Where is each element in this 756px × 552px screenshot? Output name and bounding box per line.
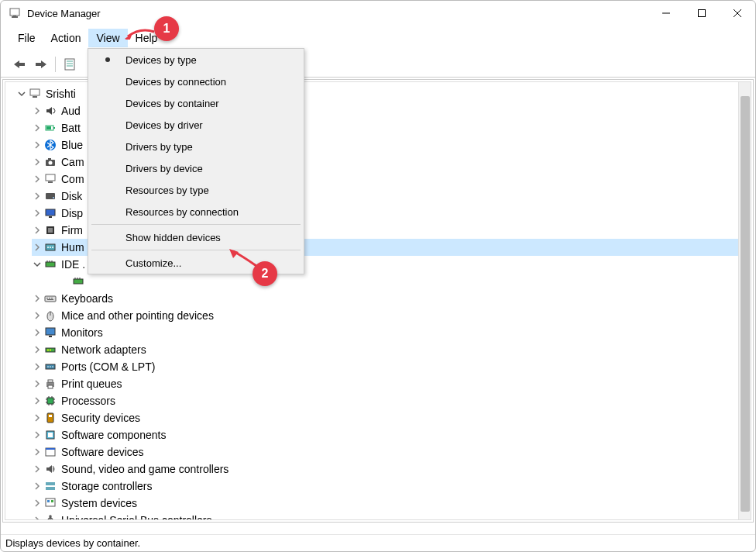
battery-icon bbox=[44, 122, 57, 134]
tree-node-row[interactable]: Mice and other pointing devices bbox=[32, 307, 747, 324]
node-label: Software devices bbox=[61, 446, 144, 458]
svg-point-51 bbox=[50, 350, 51, 351]
chevron-right-icon[interactable] bbox=[32, 344, 43, 355]
tree-node-row[interactable]: Software components bbox=[32, 426, 747, 443]
svg-point-30 bbox=[50, 247, 51, 248]
node-label: Com bbox=[61, 173, 84, 185]
svg-rect-27 bbox=[48, 228, 53, 233]
svg-rect-25 bbox=[49, 216, 52, 218]
chevron-right-icon[interactable] bbox=[32, 412, 43, 423]
svg-rect-15 bbox=[46, 126, 51, 129]
chevron-right-icon[interactable] bbox=[32, 430, 43, 440]
node-label: Disk bbox=[61, 190, 82, 202]
dropdown-label: Devices by driver bbox=[125, 119, 203, 131]
chevron-right-icon[interactable] bbox=[32, 310, 43, 321]
chevron-right-icon[interactable] bbox=[32, 174, 43, 185]
svg-rect-58 bbox=[48, 385, 53, 388]
tree-node-row[interactable]: Processors bbox=[32, 392, 747, 409]
chevron-right-icon[interactable] bbox=[32, 447, 43, 457]
menu-devices-by-type[interactable]: Devices by type bbox=[88, 49, 304, 71]
node-label: Network adapters bbox=[61, 343, 146, 356]
node-label: Sound, video and game controllers bbox=[61, 463, 229, 475]
tree-node-row[interactable]: Keyboards bbox=[32, 290, 747, 307]
menu-drivers-by-type[interactable]: Drivers by type bbox=[88, 136, 304, 157]
computer-icon bbox=[44, 173, 57, 185]
scrollbar-thumb[interactable] bbox=[741, 96, 750, 512]
menu-action[interactable]: Action bbox=[43, 29, 89, 47]
menu-devices-by-connection[interactable]: Devices by connection bbox=[88, 71, 304, 92]
chevron-right-icon[interactable] bbox=[32, 395, 43, 406]
sound-icon bbox=[44, 463, 57, 475]
chevron-right-icon[interactable] bbox=[32, 140, 43, 150]
chevron-right-icon[interactable] bbox=[32, 105, 43, 116]
tree-node-row[interactable]: Universal Serial Bus controllers bbox=[32, 512, 747, 519]
menu-view[interactable]: View bbox=[88, 29, 127, 47]
tree-node-row[interactable]: Ports (COM & LPT) bbox=[32, 358, 747, 375]
back-button[interactable] bbox=[10, 55, 29, 74]
chevron-right-icon[interactable] bbox=[32, 122, 43, 133]
dropdown-label: Devices by type bbox=[125, 54, 197, 66]
chevron-right-icon[interactable] bbox=[32, 378, 43, 389]
node-label: Firm bbox=[61, 224, 83, 236]
menu-resources-by-connection[interactable]: Resources by connection bbox=[88, 201, 304, 223]
menu-devices-by-container[interactable]: Devices by container bbox=[88, 92, 304, 114]
tree-node-row[interactable]: Network adapters bbox=[32, 341, 747, 358]
svg-rect-47 bbox=[46, 328, 55, 335]
vertical-scrollbar[interactable] bbox=[738, 82, 751, 519]
chevron-right-icon[interactable] bbox=[32, 208, 43, 219]
svg-point-53 bbox=[47, 366, 49, 367]
chevron-down-icon[interactable] bbox=[16, 88, 27, 99]
chevron-right-icon[interactable] bbox=[32, 191, 43, 202]
svg-point-54 bbox=[50, 366, 51, 367]
menu-drivers-by-device[interactable]: Drivers by device bbox=[88, 157, 304, 179]
tree-node-row[interactable]: Sound, video and game controllers bbox=[32, 461, 747, 478]
tree-node-row[interactable]: System devices bbox=[32, 495, 747, 512]
chevron-right-icon[interactable] bbox=[32, 225, 43, 236]
chevron-down-icon[interactable] bbox=[32, 259, 43, 270]
dropdown-label: Drivers by type bbox=[125, 141, 193, 153]
svg-point-31 bbox=[52, 247, 53, 248]
svg-rect-11 bbox=[30, 89, 40, 95]
disk-icon bbox=[44, 190, 57, 202]
menu-file[interactable]: File bbox=[10, 29, 43, 47]
svg-point-55 bbox=[52, 366, 53, 367]
chevron-right-icon[interactable] bbox=[32, 498, 43, 509]
tree-node-row[interactable]: Monitors bbox=[32, 324, 747, 341]
camera-icon bbox=[44, 156, 57, 168]
close-button[interactable] bbox=[720, 1, 755, 26]
tree-node-row[interactable]: Storage controllers bbox=[32, 478, 747, 495]
tree-node-row[interactable] bbox=[32, 273, 747, 290]
system-icon bbox=[44, 497, 57, 509]
dropdown-label: Show hidden devices bbox=[125, 232, 221, 243]
ide-icon bbox=[72, 275, 84, 288]
chevron-right-icon[interactable] bbox=[32, 464, 43, 474]
menu-show-hidden-devices[interactable]: Show hidden devices bbox=[88, 226, 304, 248]
properties-button[interactable] bbox=[60, 55, 79, 74]
svg-rect-48 bbox=[49, 336, 52, 337]
chevron-right-icon[interactable] bbox=[32, 481, 43, 492]
svg-rect-43 bbox=[51, 298, 53, 298]
forward-button[interactable] bbox=[32, 55, 50, 74]
svg-point-29 bbox=[47, 247, 49, 248]
svg-rect-74 bbox=[46, 482, 55, 485]
mouse-icon bbox=[44, 309, 57, 322]
callout-arrow-icon bbox=[125, 26, 156, 40]
tree-node-row[interactable]: Security devices bbox=[32, 409, 747, 426]
node-label: Processors bbox=[61, 395, 115, 407]
maximize-button[interactable] bbox=[684, 1, 720, 26]
window-controls bbox=[648, 1, 755, 26]
audio-icon bbox=[44, 105, 57, 117]
chevron-right-icon[interactable] bbox=[32, 327, 43, 338]
svg-rect-57 bbox=[48, 380, 53, 382]
chevron-right-icon[interactable] bbox=[32, 242, 43, 253]
menu-resources-by-type[interactable]: Resources by type bbox=[88, 179, 304, 201]
menu-devices-by-driver[interactable]: Devices by driver bbox=[88, 114, 304, 136]
minimize-button[interactable] bbox=[648, 1, 684, 26]
chevron-right-icon[interactable] bbox=[32, 515, 43, 519]
tree-node-row[interactable]: Software devices bbox=[32, 443, 747, 461]
tree-node-row[interactable]: Print queues bbox=[32, 375, 747, 392]
chevron-right-icon[interactable] bbox=[32, 361, 43, 372]
chevron-right-icon[interactable] bbox=[32, 293, 43, 304]
display-icon bbox=[44, 207, 57, 219]
chevron-right-icon[interactable] bbox=[32, 157, 43, 167]
